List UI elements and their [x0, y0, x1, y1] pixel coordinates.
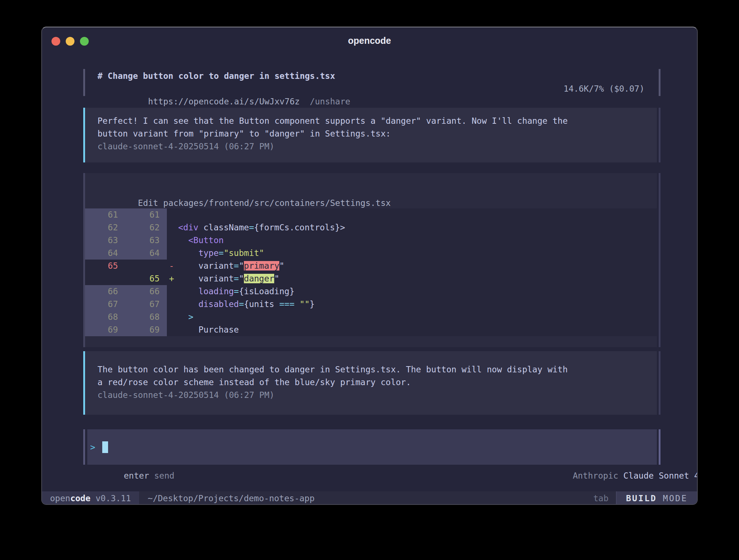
line-number-old: 64	[85, 247, 118, 260]
line-number-new: 65	[118, 272, 160, 285]
message-meta: claude-sonnet-4-20250514 (06:27 PM)	[97, 389, 644, 402]
diff-marker	[167, 208, 176, 221]
diff-code-line: variant="danger"	[176, 272, 279, 285]
diff-code-line: type="submit"	[176, 247, 264, 260]
text-cursor	[102, 441, 108, 453]
code-diff: 61616262<div className={formCs.controls}…	[85, 208, 657, 336]
input-left-border	[83, 429, 85, 465]
diff-gutter: 6464	[85, 247, 167, 260]
line-number-new: 63	[118, 234, 160, 247]
prompt-symbol: >	[90, 442, 95, 452]
diff-code-line: disabled={units === ""}	[176, 298, 315, 311]
diff-gutter: 65	[85, 260, 167, 272]
diff-row: 6363 <Button	[85, 234, 657, 247]
diff-marker	[167, 234, 176, 247]
window-title: opencode	[42, 35, 697, 46]
line-number-old	[85, 272, 118, 285]
tab-key-hint: tab	[593, 491, 616, 505]
diff-gutter: 6161	[85, 208, 167, 221]
diff-gutter: 6666	[85, 285, 167, 298]
header-right-border	[659, 69, 660, 96]
mode-suffix: MODE	[657, 494, 688, 503]
assistant-message: The button color has been changed to dan…	[83, 351, 660, 415]
line-number-new: 69	[118, 323, 160, 336]
session-title: # Change button color to danger in setti…	[97, 70, 644, 83]
edit-action-label: Edit	[138, 198, 158, 208]
model-label: Claude Sonnet 4	[623, 471, 698, 480]
diff-marker	[167, 247, 176, 260]
diff-code-line: Purchase	[176, 323, 239, 336]
hint-row: entersend AnthropicClaude Sonnet 4	[83, 469, 698, 482]
line-number-new: 64	[118, 247, 160, 260]
line-number-old: 65	[85, 260, 118, 272]
opencode-window: opencode # Change button color to danger…	[41, 27, 698, 505]
app-name-open: open	[50, 494, 70, 503]
input-right-border	[659, 429, 660, 465]
line-number-new: 62	[118, 221, 160, 234]
diff-gutter: 65	[85, 272, 167, 285]
message-right-border	[659, 351, 660, 415]
message-text-line: button variant from "primary" to "danger…	[97, 127, 644, 140]
diff-marker	[167, 221, 176, 234]
diff-code-line: >	[176, 311, 194, 323]
app-version-segment: opencode v0.3.11	[42, 491, 139, 505]
message-text-line: a red/rose color scheme instead of the b…	[97, 376, 644, 389]
diff-gutter: 6363	[85, 234, 167, 247]
diff-gutter: 6262	[85, 221, 167, 234]
diff-marker	[167, 323, 176, 336]
diff-gutter: 6868	[85, 311, 167, 323]
diff-row: 6969 Purchase	[85, 323, 657, 336]
prompt-input[interactable]: >	[83, 429, 660, 465]
line-number-new	[118, 260, 160, 272]
line-number-old: 66	[85, 285, 118, 298]
edit-file-header: Edit packages/frontend/src/containers/Se…	[85, 184, 657, 197]
diff-row: 65+ variant="danger"	[85, 272, 657, 285]
line-number-old: 61	[85, 208, 118, 221]
title-bar: opencode	[42, 27, 697, 51]
line-number-new: 61	[118, 208, 160, 221]
line-number-old: 62	[85, 221, 118, 234]
edit-right-border	[659, 173, 660, 347]
diff-row: 6868 >	[85, 311, 657, 323]
line-number-new: 67	[118, 298, 160, 311]
share-url[interactable]: https://opencode.ai/s/UwJxv76z	[148, 97, 299, 106]
line-number-old: 69	[85, 323, 118, 336]
diff-row: 6464 type="submit"	[85, 247, 657, 260]
diff-row: 6767 disabled={units === ""}	[85, 298, 657, 311]
diff-gutter: 6767	[85, 298, 167, 311]
line-number-new: 68	[118, 311, 160, 323]
diff-gutter: 6969	[85, 323, 167, 336]
provider-label: Anthropic	[573, 471, 619, 480]
diff-marker	[167, 285, 176, 298]
token-usage-stats: 14.6K/7% ($0.07)	[563, 83, 644, 95]
edit-tool-panel: Edit packages/frontend/src/containers/Se…	[83, 173, 660, 347]
line-number-old: 67	[85, 298, 118, 311]
diff-code-line: <div className={formCs.controls}>	[176, 221, 345, 234]
message-meta: claude-sonnet-4-20250514 (06:27 PM)	[97, 140, 644, 153]
unshare-command: /unshare	[310, 97, 351, 106]
working-directory: ~/Desktop/Projects/demo-notes-app	[148, 491, 315, 505]
line-number-new: 66	[118, 285, 160, 298]
diff-marker	[167, 311, 176, 323]
diff-marker	[167, 298, 176, 311]
mode-indicator[interactable]: BUILD MODE	[617, 491, 697, 505]
edit-file-path: packages/frontend/src/containers/Setting…	[163, 198, 391, 208]
diff-code-line: variant="primary"	[176, 260, 284, 272]
mode-name: BUILD	[626, 494, 657, 503]
diff-row: 6161	[85, 208, 657, 221]
diff-code-line	[176, 208, 178, 221]
enter-key-hint: enter	[124, 471, 149, 480]
diff-marker: -	[167, 260, 176, 272]
line-number-old: 63	[85, 234, 118, 247]
diff-row: 65- variant="primary"	[85, 260, 657, 272]
diff-row: 6666 loading={isLoading}	[85, 285, 657, 298]
message-right-border	[659, 108, 660, 162]
send-action-hint: send	[154, 471, 174, 480]
assistant-message: Perfect! I can see that the Button compo…	[83, 108, 660, 162]
app-name-code: code	[70, 494, 90, 503]
message-text-line: Perfect! I can see that the Button compo…	[97, 115, 644, 127]
diff-row: 6262<div className={formCs.controls}>	[85, 221, 657, 234]
line-number-old: 68	[85, 311, 118, 323]
diff-marker: +	[167, 272, 176, 285]
diff-code-line: <Button	[176, 234, 224, 247]
